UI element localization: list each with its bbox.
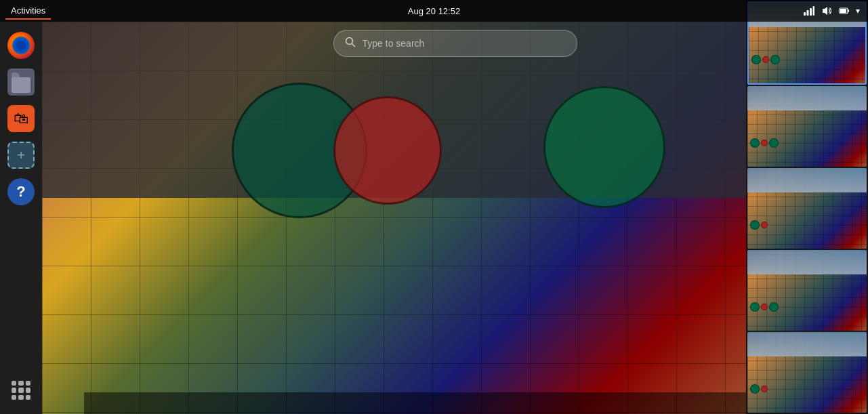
thumb-canvas-5 <box>747 332 867 413</box>
thumb-header-3 <box>747 168 867 192</box>
dock-item-firefox[interactable] <box>5 30 37 61</box>
svg-rect-0 <box>804 12 806 16</box>
thumb-circle-red-4 <box>761 304 768 310</box>
thumb-circle-green-1b <box>770 55 780 64</box>
thumb-circle-green-1 <box>751 55 761 64</box>
thumb-circle-green-2 <box>750 138 760 148</box>
thumb-circle-green-4b <box>769 302 779 312</box>
dock: ? <box>0 22 42 414</box>
svg-point-7 <box>346 38 352 45</box>
thumb-circles-2 <box>747 121 867 165</box>
tray-expand-button[interactable]: ▾ <box>856 6 860 16</box>
battery-icon[interactable] <box>838 5 850 17</box>
thumb-circles-1 <box>749 38 865 82</box>
screenshot-icon <box>7 142 35 169</box>
thumb-circle-green-4 <box>750 302 760 312</box>
svg-rect-3 <box>813 6 815 16</box>
dock-item-appcenter[interactable] <box>5 103 37 134</box>
wallpaper <box>42 22 746 414</box>
thumb-circle-green-3 <box>750 220 760 230</box>
dock-item-help[interactable]: ? <box>5 176 37 207</box>
wallpaper-canvas <box>42 22 746 414</box>
workspace-thumbnail-2[interactable] <box>747 86 867 167</box>
clock-display: Aug 20 12:52 <box>408 6 460 16</box>
svg-rect-6 <box>848 9 850 12</box>
topbar: Activities Aug 20 12:52 ▾ <box>0 0 868 22</box>
firefox-icon <box>7 32 35 59</box>
thumb-circles-5 <box>747 367 867 411</box>
workspace-thumbnail-4[interactable] <box>747 250 867 331</box>
activities-button[interactable]: Activities <box>5 3 51 20</box>
thumb-circle-red-5 <box>761 386 768 392</box>
network-icon[interactable] <box>803 5 815 17</box>
apps-grid-icon <box>7 377 35 404</box>
svg-rect-5 <box>840 9 846 13</box>
dock-item-show-apps[interactable] <box>5 375 37 406</box>
search-icon <box>345 37 356 50</box>
thumb-header-4 <box>747 250 867 274</box>
help-icon: ? <box>7 178 35 205</box>
svg-line-8 <box>352 44 355 47</box>
thumb-header-2 <box>747 86 867 110</box>
workspace-thumbnail-3[interactable] <box>747 168 867 249</box>
thumbnails-panel <box>746 0 868 414</box>
svg-rect-1 <box>807 10 809 16</box>
thumb-canvas-2 <box>747 86 867 167</box>
appcenter-icon <box>7 105 35 132</box>
thumb-circles-4 <box>747 285 867 329</box>
thumb-circles-3 <box>747 203 867 247</box>
thumb-circle-green-5 <box>750 384 760 394</box>
search-placeholder: Type to search <box>363 38 425 49</box>
thumb-canvas-3 <box>747 168 867 249</box>
thumb-canvas-4 <box>747 250 867 331</box>
wallpaper-circle-3 <box>543 86 665 208</box>
thumb-circle-red-3 <box>761 222 768 228</box>
main-area: Type to search <box>42 22 868 414</box>
system-tray: ▾ <box>803 5 860 17</box>
thumb-circle-green-2b <box>769 138 779 148</box>
dock-item-files[interactable] <box>5 66 37 98</box>
wallpaper-circle-2 <box>333 96 442 205</box>
dock-item-screenshot[interactable] <box>5 140 37 171</box>
workspace-thumbnail-5[interactable] <box>747 332 867 413</box>
thumb-header-5 <box>747 332 867 356</box>
thumb-circle-red-1 <box>762 56 769 63</box>
audio-icon[interactable] <box>821 5 833 17</box>
search-container: Type to search <box>333 30 577 57</box>
thumb-circle-red-2 <box>761 140 768 146</box>
search-bar[interactable]: Type to search <box>333 30 577 57</box>
files-icon <box>7 68 35 96</box>
svg-rect-2 <box>810 8 812 16</box>
taskbar-strip <box>84 392 746 414</box>
